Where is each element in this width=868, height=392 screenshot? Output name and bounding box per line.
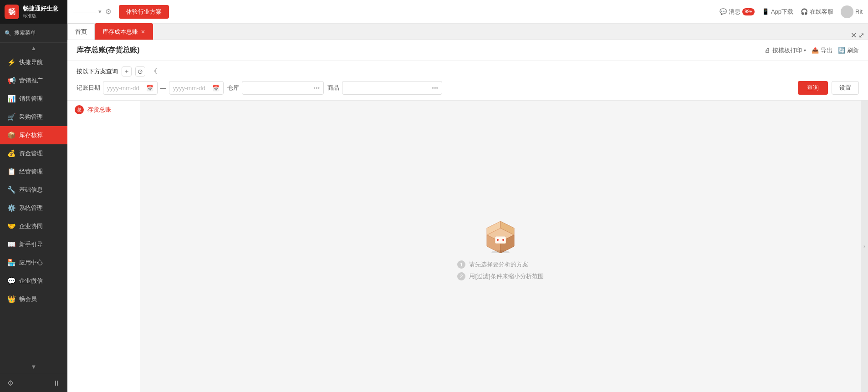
sidebar-bottom: ⚙ ⏸ xyxy=(0,374,67,392)
empty-tips: 1 请先选择要分析的方案 2 用[过滤]条件来缩小分析范围 xyxy=(457,260,543,280)
print-dropdown-icon[interactable]: ▾ xyxy=(804,48,806,53)
goods-filter-field: 商品 ••• xyxy=(327,81,442,95)
sidebar-item-weixin[interactable]: 💬 企业微信 xyxy=(0,272,67,290)
printer-icon: 🖨 xyxy=(765,47,771,54)
stock-ledger-icon: 总 xyxy=(75,105,84,114)
sidebar-item-label: 企业协同 xyxy=(19,222,43,230)
tab-expand-icon[interactable]: ⤢ xyxy=(858,31,864,40)
sidebar-item-quick-nav[interactable]: ⚡ 快捷导航 xyxy=(0,53,67,71)
content-area: 总 存货总账 xyxy=(67,101,868,392)
sidebar-nav: ⚡ 快捷导航 📢 营销推广 📊 销售管理 🛒 采购管理 📦 库存核算 💰 资金管… xyxy=(0,53,67,360)
dropdown-arrow-icon[interactable]: ▾ xyxy=(98,8,102,15)
goods-input[interactable]: ••• xyxy=(342,81,442,95)
settings-bottom-icon[interactable]: ⚙ xyxy=(7,379,14,387)
sidebar-item-apps[interactable]: 🏪 应用中心 xyxy=(0,254,67,272)
scroll-down-btn[interactable]: ▼ xyxy=(31,361,37,372)
filter-settings-btn[interactable]: 设置 xyxy=(832,81,859,95)
sidebar-scroll-up: ▲ xyxy=(0,43,67,53)
filter-collapse-btn[interactable]: 《 xyxy=(149,66,159,76)
left-panel-item-stock[interactable]: 总 存货总账 xyxy=(67,101,140,119)
date-label: 记账日期 xyxy=(77,84,100,92)
goods-more-icon[interactable]: ••• xyxy=(432,85,438,92)
empty-tip-2: 2 用[过滤]条件来缩小分析范围 xyxy=(457,272,543,280)
scroll-up-btn[interactable]: ▲ xyxy=(31,45,37,51)
sidebar-item-inventory[interactable]: 📦 库存核算 xyxy=(0,126,67,144)
date-start-input[interactable]: yyyy-mm-dd 📅 xyxy=(103,81,158,95)
messages-btn[interactable]: 💬 消息 99+ xyxy=(720,8,755,16)
online-service-btn[interactable]: 🎧 在线客服 xyxy=(801,8,833,16)
warehouse-filter-field: 仓库 ••• xyxy=(227,81,324,95)
warehouse-label: 仓库 xyxy=(227,84,239,92)
tip-text-2: 用[过滤]条件来缩小分析范围 xyxy=(469,272,543,280)
tab-inventory-cost[interactable]: 库存成本总账 ✕ xyxy=(95,23,153,40)
refresh-btn[interactable]: 🔄 刷新 xyxy=(838,46,859,55)
left-panel: 总 存货总账 xyxy=(67,101,140,392)
empty-tip-1: 1 请先选择要分析的方案 xyxy=(457,260,543,269)
industry-solution-btn[interactable]: 体验行业方案 xyxy=(119,5,169,19)
print-btn[interactable]: 🖨 按模板打印 ▾ xyxy=(765,46,806,55)
date-end-input[interactable]: yyyy-mm-dd 📅 xyxy=(169,81,224,95)
date-filter-field: 记账日期 yyyy-mm-dd 📅 — yyyy-mm-dd 📅 xyxy=(77,81,224,95)
member-icon: 👑 xyxy=(7,295,15,303)
date-start-placeholder: yyyy-mm-dd xyxy=(107,85,139,92)
sidebar-item-member[interactable]: 👑 畅会员 xyxy=(0,290,67,308)
right-panel-toggle[interactable]: › xyxy=(861,101,868,392)
warehouse-input[interactable]: ••• xyxy=(242,81,324,95)
apps-icon: 🏪 xyxy=(7,259,15,267)
logo-sub: 标准版 xyxy=(23,13,58,19)
tab-home[interactable]: 首页 xyxy=(67,23,95,40)
print-label: 按模板打印 xyxy=(772,46,802,55)
search-menu-btn[interactable]: 🔍 搜索菜单 xyxy=(5,27,63,39)
sidebar-item-marketing[interactable]: 📢 营销推广 xyxy=(0,71,67,90)
sidebar-item-label: 库存核算 xyxy=(19,131,43,139)
data-area: 1 请先选择要分析的方案 2 用[过滤]条件来缩小分析范围 xyxy=(140,101,861,392)
tabbar: 首页 库存成本总账 ✕ ✕ ⤢ xyxy=(67,24,868,40)
sidebar-item-purchase[interactable]: 🛒 采购管理 xyxy=(0,108,67,126)
export-btn[interactable]: 📤 导出 xyxy=(812,46,832,55)
sidebar-item-label: 销售管理 xyxy=(19,95,43,103)
empty-illustration xyxy=(478,212,523,253)
app-download-btn[interactable]: 📱 App下载 xyxy=(762,8,793,16)
date-end-placeholder: yyyy-mm-dd xyxy=(173,85,205,92)
tip-num-1: 1 xyxy=(457,260,465,269)
sidebar-item-basic[interactable]: 🔧 基础信息 xyxy=(0,181,67,199)
calendar-start-icon[interactable]: 📅 xyxy=(146,85,153,92)
topbar: ———— ▾ ⚙ 体验行业方案 💬 消息 99+ 📱 App下载 🎧 在线客服 … xyxy=(67,0,868,24)
svg-point-6 xyxy=(497,239,499,241)
messages-label: 消息 xyxy=(729,8,740,16)
user-profile-btn[interactable]: Rit xyxy=(841,5,863,18)
filter-more-btn[interactable]: ⊙ xyxy=(135,66,145,76)
sidebar-item-sales[interactable]: 📊 销售管理 xyxy=(0,90,67,108)
audio-bottom-icon[interactable]: ⏸ xyxy=(53,379,60,387)
logo-icon: 畅 xyxy=(5,5,19,19)
sidebar-search[interactable]: 🔍 搜索菜单 xyxy=(0,24,67,43)
search-btn[interactable]: 查询 xyxy=(798,81,828,95)
tab-close-icon[interactable]: ✕ xyxy=(141,29,145,35)
cooperation-icon: 🤝 xyxy=(7,222,15,230)
warehouse-more-icon[interactable]: ••• xyxy=(313,85,320,92)
settings-gear-icon[interactable]: ⚙ xyxy=(105,7,112,16)
goods-label: 商品 xyxy=(327,84,339,92)
refresh-label: 刷新 xyxy=(847,46,859,55)
search-menu-label: 搜索菜单 xyxy=(14,29,36,37)
page-title: 库存总账(存货总账) xyxy=(77,46,140,55)
sidebar-item-system[interactable]: ⚙️ 系统管理 xyxy=(0,199,67,217)
sidebar-item-cooperation[interactable]: 🤝 企业协同 xyxy=(0,217,67,235)
tip-num-2: 2 xyxy=(457,272,465,280)
tab-close-window-icon[interactable]: ✕ xyxy=(851,31,857,40)
weixin-icon: 💬 xyxy=(7,277,15,285)
user-avatar xyxy=(841,5,853,18)
filter-add-btn[interactable]: ＋ xyxy=(122,66,132,76)
quick-nav-icon: ⚡ xyxy=(7,58,15,66)
refresh-icon: 🔄 xyxy=(838,47,845,54)
logo-main: 畅捷通好生意 xyxy=(23,5,58,13)
sidebar-item-finance[interactable]: 💰 资金管理 xyxy=(0,144,67,163)
finance-icon: 💰 xyxy=(7,149,15,158)
headset-icon: 🎧 xyxy=(801,8,808,15)
calendar-end-icon[interactable]: 📅 xyxy=(212,85,220,92)
sidebar-item-operations[interactable]: 📋 经营管理 xyxy=(0,163,67,181)
sidebar-item-guide[interactable]: 📖 新手引导 xyxy=(0,235,67,254)
inventory-icon: 📦 xyxy=(7,131,15,139)
svg-point-7 xyxy=(502,239,504,241)
sales-icon: 📊 xyxy=(7,95,15,103)
